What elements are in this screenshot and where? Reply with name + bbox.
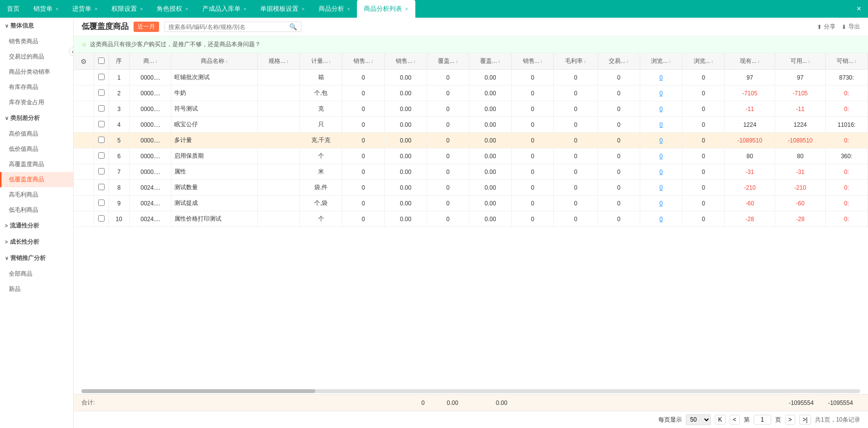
sidebar-item-low-coverage[interactable]: 低覆盖度商品 bbox=[0, 172, 73, 187]
nav-tab-7[interactable]: 商品分析列表 × bbox=[357, 0, 415, 18]
col-current[interactable]: 现有...↕ bbox=[725, 53, 775, 70]
sidebar-item-category-rate[interactable]: 商品分类动销率 bbox=[0, 64, 73, 80]
sidebar-section-marketing[interactable]: ∨ 营销推广分析 bbox=[0, 250, 73, 266]
col-gross[interactable]: 毛利率↕ bbox=[554, 53, 597, 70]
sidebar-section-circulation[interactable]: > 流通性分析 bbox=[0, 218, 73, 234]
row-name-6: 属性 bbox=[171, 164, 258, 180]
col-checkbox[interactable] bbox=[94, 53, 108, 70]
sidebar-section-category[interactable]: ∨ 类别差分析 bbox=[0, 110, 73, 126]
col-sellable[interactable]: 可销...↕ bbox=[825, 53, 868, 70]
sidebar-item-high-value[interactable]: 高价值商品 bbox=[0, 126, 73, 142]
search-input[interactable] bbox=[168, 24, 289, 30]
col-sales-qty[interactable]: 销售...↕ bbox=[342, 53, 384, 70]
col-code[interactable]: 商...↕ bbox=[130, 53, 171, 70]
sidebar-section-overall[interactable]: ∨ 整体信息 bbox=[0, 18, 73, 34]
col-sales-amt[interactable]: 销售...↕ bbox=[384, 53, 427, 70]
col-spec[interactable]: 规格...↕ bbox=[258, 53, 300, 70]
sidebar-item-sales-goods[interactable]: 销售类商品 bbox=[0, 34, 73, 49]
row-browse1-0[interactable]: 0 bbox=[640, 70, 682, 86]
sidebar-item-low-profit[interactable]: 低毛利商品 bbox=[0, 202, 73, 218]
close-tab-1-icon[interactable]: × bbox=[94, 0, 97, 18]
sidebar-item-new-goods[interactable]: 新品 bbox=[0, 282, 73, 297]
sidebar-item-low-value[interactable]: 低价值商品 bbox=[0, 142, 73, 157]
nav-tab-4[interactable]: 产成品入库单 × bbox=[195, 0, 253, 18]
close-tab-0-icon[interactable]: × bbox=[55, 0, 58, 18]
row-checkbox-1[interactable] bbox=[94, 86, 108, 101]
col-name[interactable]: 商品名称↕ bbox=[171, 53, 258, 70]
nav-tab-0[interactable]: 销货单 × bbox=[27, 0, 65, 18]
close-tab-7-icon[interactable]: × bbox=[405, 0, 408, 18]
row-checkbox-4[interactable] bbox=[94, 133, 108, 148]
close-tab-6-icon[interactable]: × bbox=[347, 0, 350, 18]
col-unit[interactable]: 计量...↕ bbox=[300, 53, 342, 70]
nav-tab-3[interactable]: 角色授权 × bbox=[150, 0, 195, 18]
row-checkbox-3[interactable] bbox=[94, 117, 108, 133]
nav-tab-5[interactable]: 单据模板设置 × bbox=[253, 0, 311, 18]
row-browse1-3[interactable]: 0 bbox=[640, 117, 682, 133]
col-browse1[interactable]: 浏览...↕ bbox=[640, 53, 682, 70]
nav-tab-6[interactable]: 商品分析 × bbox=[312, 0, 357, 18]
search-box[interactable]: 🔍 bbox=[164, 22, 301, 32]
row-avail-0: 97 bbox=[775, 70, 826, 86]
col-settings[interactable]: ⚙ bbox=[74, 53, 94, 70]
sidebar-item-high-coverage[interactable]: 高覆盖度商品 bbox=[0, 157, 73, 172]
row-checkbox-2[interactable] bbox=[94, 101, 108, 117]
close-app-button[interactable]: × bbox=[850, 4, 868, 13]
row-checkbox-9[interactable] bbox=[94, 211, 108, 227]
row-browse1-5[interactable]: 0 bbox=[640, 148, 682, 164]
row-browse1-1[interactable]: 0 bbox=[640, 86, 682, 101]
col-avail[interactable]: 可用...↕ bbox=[775, 53, 826, 70]
export-button[interactable]: ⬇ 导出 bbox=[841, 23, 860, 31]
scrollbar-thumb[interactable] bbox=[81, 389, 315, 393]
sidebar-item-stock-capital[interactable]: 库存资金占用 bbox=[0, 95, 73, 110]
row-unit-9: 个 bbox=[300, 211, 342, 227]
row-browse1-9[interactable]: 0 bbox=[640, 211, 682, 227]
row-name-3: 眠宝公仔 bbox=[171, 117, 258, 133]
col-browse2[interactable]: 浏览...↕ bbox=[682, 53, 725, 70]
page-number-input[interactable] bbox=[754, 415, 771, 425]
sidebar-item-high-profit[interactable]: 高毛利商品 bbox=[0, 187, 73, 202]
sidebar-item-stocked-goods[interactable]: 有库存商品 bbox=[0, 80, 73, 95]
table-row: 7 0000.... 属性 米 0 0.00 0 0.00 0 0 0 0 0 … bbox=[74, 164, 868, 180]
close-tab-2-icon[interactable]: × bbox=[140, 0, 143, 18]
col-trade[interactable]: 交易...↕ bbox=[597, 53, 640, 70]
sidebar-section-growth[interactable]: > 成长性分析 bbox=[0, 234, 73, 250]
nav-tab-1[interactable]: 进货单 × bbox=[65, 0, 104, 18]
settings-icon[interactable]: ⚙ bbox=[81, 57, 87, 65]
row-checkbox-7[interactable] bbox=[94, 180, 108, 196]
prev-page-button[interactable]: < bbox=[730, 415, 740, 425]
time-filter-button[interactable]: 近一月 bbox=[134, 22, 159, 32]
col-cover-amt[interactable]: 覆盖...↕ bbox=[469, 53, 512, 70]
alert-icon: ☆ bbox=[81, 41, 87, 48]
last-page-button[interactable]: >| bbox=[799, 415, 811, 425]
close-tab-5-icon[interactable]: × bbox=[301, 0, 304, 18]
row-browse1-4[interactable]: 0 bbox=[640, 133, 682, 148]
horizontal-scrollbar[interactable] bbox=[81, 389, 860, 393]
select-all-checkbox[interactable] bbox=[98, 57, 105, 64]
row-browse1-2[interactable]: 0 bbox=[640, 101, 682, 117]
sidebar-item-traded-goods[interactable]: 交易过的商品 bbox=[0, 49, 73, 64]
row-checkbox-8[interactable] bbox=[94, 196, 108, 211]
page-label: 第 bbox=[744, 416, 750, 424]
next-page-button[interactable]: > bbox=[785, 415, 795, 425]
row-sellable-6: 0: bbox=[825, 164, 868, 180]
page-size-select[interactable]: 50 10 20 100 bbox=[686, 414, 711, 425]
nav-tab-2[interactable]: 权限设置 × bbox=[105, 0, 150, 18]
data-table: ⚙ 序 商...↕ 商品名称↕ 规格...↕ 计量...↕ 销售...↕ 销售.… bbox=[74, 53, 868, 227]
col-cover-qty[interactable]: 覆盖...↕ bbox=[427, 53, 469, 70]
row-browse1-8[interactable]: 0 bbox=[640, 196, 682, 211]
row-checkbox-5[interactable] bbox=[94, 148, 108, 164]
data-table-container[interactable]: ⚙ 序 商...↕ 商品名称↕ 规格...↕ 计量...↕ 销售...↕ 销售.… bbox=[74, 53, 868, 388]
first-page-button[interactable]: K bbox=[715, 415, 726, 425]
share-button[interactable]: ⬆ 分享 bbox=[817, 23, 836, 31]
sidebar-item-all-goods[interactable]: 全部商品 bbox=[0, 266, 73, 282]
row-checkbox-6[interactable] bbox=[94, 164, 108, 180]
col-sell-qty2[interactable]: 销售...↕ bbox=[512, 53, 554, 70]
nav-home[interactable]: 首页 bbox=[0, 0, 27, 18]
row-name-5: 启用保质期 bbox=[171, 148, 258, 164]
close-tab-3-icon[interactable]: × bbox=[185, 0, 188, 18]
row-browse1-7[interactable]: 0 bbox=[640, 180, 682, 196]
row-checkbox-0[interactable] bbox=[94, 70, 108, 86]
row-browse1-6[interactable]: 0 bbox=[640, 164, 682, 180]
close-tab-4-icon[interactable]: × bbox=[244, 0, 246, 18]
